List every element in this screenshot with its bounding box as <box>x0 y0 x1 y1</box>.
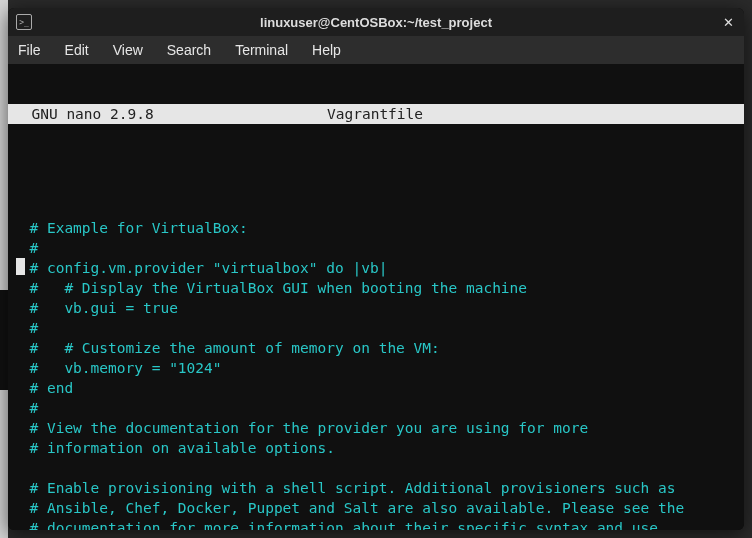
editor-line: # # Display the VirtualBox GUI when boot… <box>12 278 740 298</box>
editor-line: # <box>12 318 740 338</box>
editor-line: # vb.memory = "1024" <box>12 358 740 378</box>
editor-line: # # Customize the amount of memory on th… <box>12 338 740 358</box>
editor-line: # documentation for more information abo… <box>12 518 740 530</box>
close-icon[interactable]: ✕ <box>718 12 738 32</box>
editor-content[interactable]: # Example for VirtualBox: # # config.vm.… <box>8 218 744 530</box>
editor-line: # <box>12 398 740 418</box>
editor-line: # View the documentation for the provide… <box>12 418 740 438</box>
nano-filename: Vagrantfile <box>327 104 423 124</box>
menu-edit[interactable]: Edit <box>61 38 93 62</box>
menu-file[interactable]: File <box>14 38 45 62</box>
editor-line: # Enable provisioning with a shell scrip… <box>12 478 740 498</box>
editor-line: # Ansible, Chef, Docker, Puppet and Salt… <box>12 498 740 518</box>
terminal-icon <box>16 14 32 30</box>
menu-view[interactable]: View <box>109 38 147 62</box>
window-titlebar[interactable]: linuxuser@CentOSBox:~/test_project ✕ <box>8 8 744 36</box>
menubar: File Edit View Search Terminal Help <box>8 36 744 64</box>
background-window-sliver <box>0 0 8 538</box>
terminal-window: linuxuser@CentOSBox:~/test_project ✕ Fil… <box>8 8 744 530</box>
editor-line: # vb.gui = true <box>12 298 740 318</box>
terminal-viewport[interactable]: GNU nano 2.9.8 Vagrantfile # Example for… <box>8 64 744 530</box>
menu-terminal[interactable]: Terminal <box>231 38 292 62</box>
window-title: linuxuser@CentOSBox:~/test_project <box>8 15 744 30</box>
editor-line <box>12 458 740 478</box>
editor-line: # <box>12 238 740 258</box>
editor-line: # information on available options. <box>12 438 740 458</box>
editor-line: # end <box>12 378 740 398</box>
menu-help[interactable]: Help <box>308 38 345 62</box>
nano-version: GNU nano 2.9.8 <box>12 104 327 124</box>
nano-status-line: GNU nano 2.9.8 Vagrantfile <box>8 104 744 124</box>
text-cursor <box>16 258 25 275</box>
editor-line: # Example for VirtualBox: <box>12 218 740 238</box>
editor-line: # config.vm.provider "virtualbox" do |vb… <box>12 258 740 278</box>
menu-search[interactable]: Search <box>163 38 215 62</box>
